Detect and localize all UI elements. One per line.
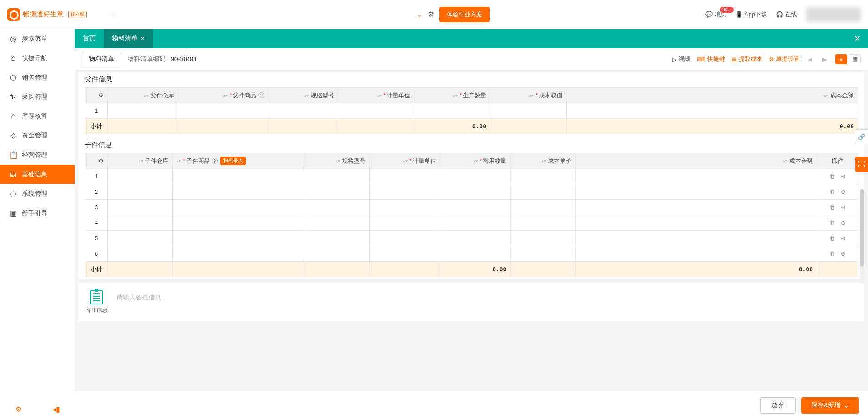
- help-icon[interactable]: ?: [212, 158, 218, 164]
- sidebar: ◎搜索菜单 ⌂快捷导航 ⬡销售管理 🛍采购管理 ⌂库存核算 ◇资金管理 📋经营管…: [0, 29, 75, 420]
- subtab-bom[interactable]: 物料清单: [82, 52, 121, 66]
- col-parent-spec[interactable]: ▴▾规格型号: [268, 88, 338, 103]
- subtotal-qty: 0.00: [414, 119, 490, 134]
- close-all-tabs[interactable]: ✕: [847, 34, 868, 44]
- support-link[interactable]: 🎧 在线: [776, 10, 797, 19]
- video-link[interactable]: ▷视频: [672, 55, 690, 63]
- add-icon[interactable]: ⊕: [841, 219, 846, 226]
- org-selector[interactable]: —: [110, 11, 201, 18]
- table-row[interactable]: 5🗑⊕: [85, 231, 858, 246]
- table-row[interactable]: 1🗑⊕: [85, 169, 858, 184]
- tab-home[interactable]: 首页: [75, 29, 104, 48]
- collapse-sidebar-button[interactable]: ◂▮: [37, 405, 75, 414]
- close-icon[interactable]: ✕: [140, 35, 145, 42]
- chat-icon: 💬: [705, 11, 713, 18]
- gear-icon[interactable]: ⚙: [428, 10, 434, 19]
- hotkey-link[interactable]: ⌨快捷键: [697, 55, 725, 63]
- notes-icon: [90, 290, 103, 304]
- col-child-amount[interactable]: ▴▾成本金额: [576, 153, 817, 169]
- tab-bar: 首页 物料清单 ✕ ✕: [75, 29, 868, 48]
- table-row[interactable]: 4🗑⊕: [85, 215, 858, 231]
- col-parent-cost[interactable]: ▴▾*成本取值: [490, 88, 567, 103]
- col-parent-goods[interactable]: ▴▾*父件商品?: [178, 88, 268, 103]
- discard-button[interactable]: 放弃: [760, 397, 796, 414]
- sort-icon: ▴▾: [824, 94, 828, 97]
- add-icon[interactable]: ⊕: [841, 235, 846, 242]
- col-child-spec[interactable]: ▴▾规格型号: [305, 153, 369, 169]
- col-parent-unit[interactable]: ▴▾*计量单位: [338, 88, 414, 103]
- next-doc-button[interactable]: ▶: [821, 56, 829, 63]
- delete-icon[interactable]: 🗑: [829, 235, 835, 242]
- col-child-unit[interactable]: ▴▾*计量单位: [370, 153, 440, 169]
- extract-icon: ▤: [731, 56, 737, 63]
- col-parent-amount[interactable]: ▴▾成本金额: [567, 88, 858, 103]
- parent-section: 父件信息 ⚙ ▴▾父件仓库 ▴▾*父件商品? ▴▾规格型号 ▴▾*计量单位 ▴▾…: [78, 71, 864, 136]
- play-icon: ▷: [672, 56, 677, 63]
- prev-doc-button[interactable]: ◀: [806, 56, 814, 63]
- attachment-button[interactable]: 🔗: [855, 129, 868, 144]
- child-section: 子件信息 ⚙ ▴▾子件仓库 ▴▾*子件商品?扫码录入 ▴▾规格型号 ▴▾*计量单…: [78, 136, 864, 279]
- sidebar-item-funds[interactable]: ◇资金管理: [0, 126, 75, 145]
- sub-header: 物料清单 物料清单编码 0000001 ▷视频 ⌨快捷键 ▤提取成本 ⚙单据设置…: [75, 48, 868, 71]
- sidebar-item-system[interactable]: ◌系统管理: [0, 184, 75, 203]
- view-grid-button[interactable]: ▦: [849, 54, 861, 64]
- user-avatar[interactable]: [806, 7, 861, 22]
- add-icon[interactable]: ⊕: [841, 188, 846, 195]
- scrollbar[interactable]: [860, 189, 864, 284]
- download-link[interactable]: 📱 App下载: [735, 10, 767, 19]
- sidebar-item-search[interactable]: ◎搜索菜单: [0, 29, 75, 49]
- clipboard-icon: 📋: [9, 151, 17, 159]
- sort-icon: ▴▾: [138, 160, 143, 162]
- extract-cost-link[interactable]: ▤提取成本: [731, 55, 762, 63]
- tab-bom[interactable]: 物料清单 ✕: [104, 29, 153, 48]
- row-num: 1: [85, 103, 108, 119]
- col-child-qty[interactable]: ▴▾*需用数量: [440, 153, 511, 169]
- doc-settings-link[interactable]: ⚙单据设置: [769, 55, 800, 63]
- table-row[interactable]: 6🗑⊕: [85, 246, 858, 262]
- col-child-wh[interactable]: ▴▾子件仓库: [108, 153, 173, 169]
- delete-icon[interactable]: 🗑: [829, 219, 835, 226]
- bag-icon: 🛍: [9, 93, 17, 101]
- sidebar-item-quicknav[interactable]: ⌂快捷导航: [0, 49, 75, 68]
- add-icon[interactable]: ⊕: [841, 173, 846, 180]
- sidebar-item-sales[interactable]: ⬡销售管理: [0, 68, 75, 87]
- chevron-down-icon[interactable]: ⌄: [417, 11, 422, 18]
- scrollbar-thumb[interactable]: [860, 189, 864, 267]
- subtotal-qty: 0.00: [440, 262, 511, 277]
- sidebar-item-inventory[interactable]: ⌂库存核算: [0, 106, 75, 126]
- table-row[interactable]: 2🗑⊕: [85, 184, 858, 200]
- sidebar-item-purchase[interactable]: 🛍采购管理: [0, 87, 75, 106]
- settings-button[interactable]: ⚙: [0, 405, 37, 414]
- col-gear[interactable]: ⚙: [85, 153, 108, 169]
- trial-button[interactable]: 体验行业方案: [439, 7, 490, 22]
- app-header: 畅捷通好生意 标准版 — ⌄ ⚙ 体验行业方案 💬 消息 99 + 📱 App下…: [0, 0, 868, 29]
- delete-icon[interactable]: 🗑: [829, 250, 835, 257]
- col-child-price[interactable]: ▴▾成本单价: [511, 153, 576, 169]
- sales-icon: ⬡: [9, 73, 17, 82]
- delete-icon[interactable]: 🗑: [829, 188, 835, 195]
- phone-icon: 📱: [735, 11, 743, 18]
- table-row[interactable]: 3🗑⊕: [85, 200, 858, 215]
- sidebar-item-operations[interactable]: 📋经营管理: [0, 145, 75, 165]
- col-gear[interactable]: ⚙: [85, 88, 108, 103]
- add-icon[interactable]: ⊕: [841, 250, 846, 257]
- expand-button[interactable]: ⛶: [855, 157, 868, 172]
- notes-input[interactable]: [117, 290, 857, 304]
- table-row[interactable]: 1: [85, 103, 858, 119]
- system-icon: ◌: [9, 189, 17, 198]
- sidebar-item-basedata[interactable]: 🗂基础信息: [0, 165, 75, 184]
- col-child-goods[interactable]: ▴▾*子件商品?扫码录入: [173, 153, 305, 169]
- download-label: App下载: [745, 10, 767, 19]
- save-new-button[interactable]: 保存&新增 ⌄: [801, 397, 859, 414]
- scan-button[interactable]: 扫码录入: [220, 157, 246, 165]
- view-list-button[interactable]: ≡: [835, 54, 847, 64]
- add-icon[interactable]: ⊕: [841, 204, 846, 211]
- delete-icon[interactable]: 🗑: [829, 173, 835, 180]
- messages-link[interactable]: 💬 消息 99 +: [705, 10, 726, 19]
- delete-icon[interactable]: 🗑: [829, 204, 835, 211]
- col-parent-wh[interactable]: ▴▾父件仓库: [108, 88, 178, 103]
- parent-subtotal-row: 小计 0.00 0.00: [85, 119, 858, 134]
- help-icon[interactable]: ?: [258, 92, 264, 98]
- sidebar-item-guide[interactable]: ▣新手引导: [0, 203, 75, 223]
- col-parent-qty[interactable]: ▴▾*生产数量: [414, 88, 490, 103]
